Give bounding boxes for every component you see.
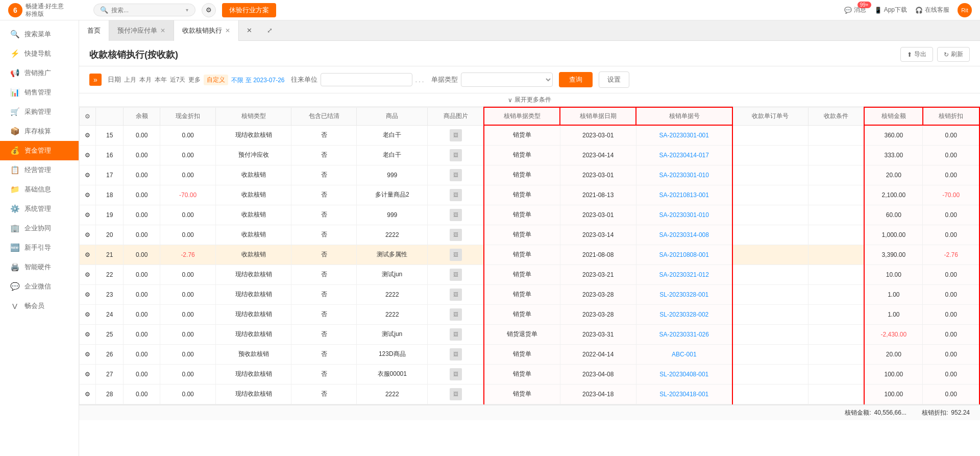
cell-receipt-condition	[808, 145, 864, 165]
date-this-month[interactable]: 本月	[139, 76, 152, 84]
search-menu-icon: 🔍	[10, 30, 19, 39]
cell-included-settled: 否	[291, 384, 356, 404]
query-btn[interactable]: 查询	[559, 72, 593, 87]
logo-area: 6 畅捷通·好生意 标推版	[8, 3, 87, 17]
bill-report-no-link[interactable]: SA-20210813-001	[659, 191, 709, 199]
sidebar-item-member[interactable]: V 畅会员	[0, 296, 79, 316]
date-last-month[interactable]: 上月	[124, 76, 136, 84]
date-7days[interactable]: 近7天	[170, 76, 186, 84]
sidebar-item-guide[interactable]: 🆕 新手引导	[0, 238, 79, 257]
cell-goods-img: 🖼	[428, 364, 484, 384]
table-settings-btn[interactable]: 设置	[599, 71, 629, 88]
cell-settings[interactable]: ⚙	[80, 304, 96, 324]
cell-seq: 24	[96, 304, 124, 324]
cell-settings[interactable]: ⚙	[80, 145, 96, 165]
sidebar-item-inventory[interactable]: 📦 库存核算	[0, 122, 79, 141]
sidebar-item-search[interactable]: 🔍 搜索菜单	[0, 25, 79, 44]
bill-report-no-link[interactable]: SL-20230408-001	[659, 371, 708, 378]
bill-report-no-link[interactable]: SL-20230328-002	[659, 311, 708, 318]
page-actions: ⬆ 导出 ↻ 刷新	[900, 47, 970, 62]
sidebar-item-finance[interactable]: 💰 资金管理	[0, 141, 79, 160]
quicknav-icon: ⚡	[10, 49, 19, 58]
industry-solution-btn[interactable]: 休验行业方案	[222, 3, 276, 17]
refresh-btn[interactable]: ↻ 刷新	[937, 47, 970, 62]
tab-maximize-btn[interactable]: ⤢	[259, 20, 280, 41]
tab-close-prepay[interactable]: ✕	[160, 27, 165, 34]
sidebar-item-enterprise[interactable]: 🏢 企业协同	[0, 219, 79, 238]
table-row: ⚙ 16 0.00 0.00 预付冲应收 否 老白干 🖼 销货单 2023-04…	[80, 145, 980, 165]
date-this-year[interactable]: 本年	[155, 76, 167, 84]
cell-settings[interactable]: ⚙	[80, 205, 96, 225]
bill-report-no-link[interactable]: SA-20210808-001	[659, 251, 709, 258]
bill-report-no-link[interactable]: SL-20230328-001	[659, 291, 708, 298]
user-avatar[interactable]: Rit	[958, 3, 972, 17]
top-search-box[interactable]: 🔍 ▾	[93, 4, 195, 16]
cell-settings[interactable]: ⚙	[80, 185, 96, 205]
bill-type-select[interactable]	[461, 73, 553, 87]
cell-goods: 999	[357, 165, 428, 185]
cell-settings[interactable]: ⚙	[80, 364, 96, 384]
date-filter-group: 日期 上月 本月 本年 近7天 更多 自定义 不限 至 2023-07-26	[108, 75, 285, 85]
col-header-cash-discount: 现金折扣	[160, 107, 215, 125]
cell-settings[interactable]: ⚙	[80, 384, 96, 404]
date-more[interactable]: 更多	[188, 76, 201, 84]
expand-more-conditions-btn[interactable]: ∨ 展开更多条件	[508, 95, 551, 104]
bill-report-no-link[interactable]: SA-20230301-010	[659, 211, 709, 219]
search-input[interactable]	[111, 7, 183, 14]
sidebar-item-wechat[interactable]: 💬 企业微信	[0, 277, 79, 296]
expand-filter-btn[interactable]: »	[89, 74, 102, 86]
chevron-down-icon: ▾	[186, 7, 188, 13]
tab-collection[interactable]: 收款核销执行 ✕	[174, 20, 239, 41]
gear-icon: ⚙	[85, 251, 90, 258]
data-table-container[interactable]: ⚙ 余额 现金折扣 核销类型 包含已结清 商品 商品图片 核销单据类型 核销单据…	[79, 107, 980, 456]
cell-settings[interactable]: ⚙	[80, 125, 96, 145]
bill-report-no-link[interactable]: SA-20230321-012	[659, 271, 709, 278]
col-header-settings[interactable]: ⚙	[80, 107, 96, 125]
bill-report-no-link[interactable]: ABC-001	[672, 351, 697, 358]
bill-report-no-link[interactable]: SL-20230418-001	[659, 391, 708, 398]
bill-report-no-link[interactable]: SA-20230314-008	[659, 231, 709, 238]
counterpart-input[interactable]	[321, 73, 412, 86]
cell-bill-report-no: ABC-001	[636, 344, 732, 364]
cell-settings[interactable]: ⚙	[80, 284, 96, 304]
bill-report-no-link[interactable]: SA-20230331-026	[659, 331, 709, 338]
table-row: ⚙ 27 0.00 0.00 现结收款核销 否 衣服00001 🖼 销货单 20…	[80, 364, 980, 384]
cell-settings[interactable]: ⚙	[80, 324, 96, 344]
tab-close-all-btn[interactable]: ✕	[239, 20, 259, 41]
bill-report-no-link[interactable]: SA-20230301-010	[659, 172, 709, 179]
sidebar-item-baseinfo[interactable]: 📁 基础信息	[0, 180, 79, 199]
tab-prepay[interactable]: 预付冲应付单 ✕	[109, 20, 174, 41]
cell-included-settled: 否	[291, 125, 356, 145]
online-service-btn[interactable]: 🎧 在线客服	[915, 6, 949, 14]
cell-settings[interactable]: ⚙	[80, 165, 96, 185]
app-download-btn[interactable]: 📱 App下载	[874, 6, 907, 14]
cell-settings[interactable]: ⚙	[80, 344, 96, 364]
cell-bill-report-type: 销货单	[484, 284, 560, 304]
message-btn[interactable]: 💬 消息 99+	[844, 6, 866, 14]
bill-report-no-link[interactable]: SA-20230414-017	[659, 152, 709, 159]
sidebar-item-operations[interactable]: 📋 经营管理	[0, 160, 79, 180]
footer-cancel-discount-label: 核销折扣:	[922, 409, 948, 417]
cell-bill-report-date: 2023-03-01	[560, 205, 636, 225]
cell-cash-discount: -70.00	[160, 185, 215, 205]
export-btn[interactable]: ⬆ 导出	[900, 47, 933, 62]
sidebar-item-purchase[interactable]: 🛒 采购管理	[0, 102, 79, 122]
cell-settings[interactable]: ⚙	[80, 225, 96, 245]
sidebar-item-marketing[interactable]: 📢 营销推广	[0, 63, 79, 83]
sidebar-item-quicknav[interactable]: ⚡ 快捷导航	[0, 44, 79, 63]
sidebar-item-system[interactable]: ⚙️ 系统管理	[0, 199, 79, 219]
cell-goods-img: 🖼	[428, 205, 484, 225]
sidebar-item-hardware[interactable]: 🖨️ 智能硬件	[0, 257, 79, 277]
sidebar-item-sales[interactable]: 📊 销售管理	[0, 83, 79, 102]
table-row: ⚙ 18 0.00 -70.00 收款核销 否 多计量商品2 🖼 销货单 202…	[80, 185, 980, 205]
tab-close-collection[interactable]: ✕	[225, 27, 230, 34]
tab-home[interactable]: 首页	[79, 20, 109, 41]
cell-cancel-amount: 100.00	[864, 384, 923, 404]
bill-report-no-link[interactable]: SA-20230301-001	[659, 132, 709, 139]
settings-icon-btn[interactable]: ⚙	[202, 3, 216, 17]
cell-cancel-amount: 60.00	[864, 205, 923, 225]
cell-settings[interactable]: ⚙	[80, 265, 96, 284]
cell-settings[interactable]: ⚙	[80, 245, 96, 265]
cell-receipt-condition	[808, 185, 864, 205]
date-custom[interactable]: 自定义	[204, 75, 228, 85]
